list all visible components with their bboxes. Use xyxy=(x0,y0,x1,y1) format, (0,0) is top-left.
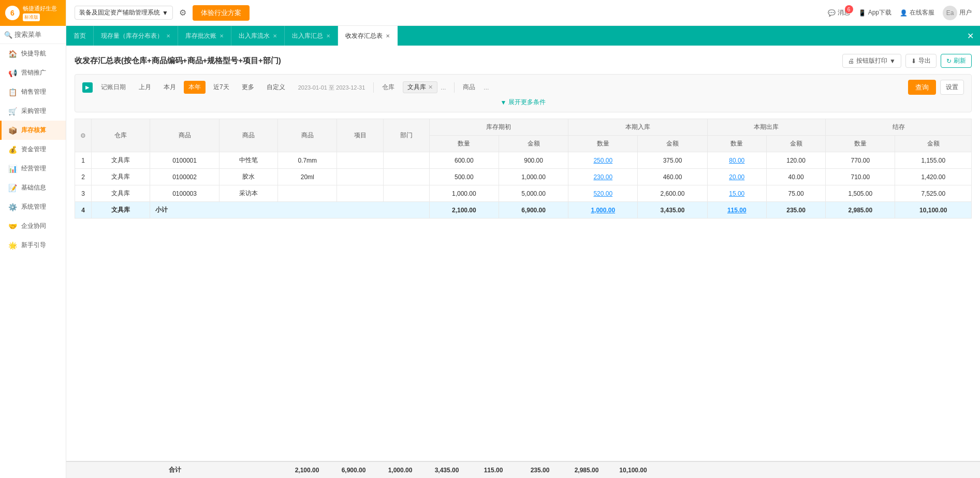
date-btn-more[interactable]: 更多 xyxy=(237,81,259,94)
subtotal-closing-qty: 2,985.00 xyxy=(826,202,895,219)
row-closing-amt: 1,420.00 xyxy=(895,169,972,185)
subtotal-out-qty[interactable]: 115.00 xyxy=(707,202,766,219)
subtotal-in-qty[interactable]: 1,000.00 xyxy=(568,202,638,219)
tab-label: 首页 xyxy=(74,32,86,40)
sidebar-item-marketing[interactable]: 📢 营销推广 xyxy=(0,63,66,82)
tab-batch-account[interactable]: 库存批次账 ✕ xyxy=(178,26,231,46)
row-project xyxy=(337,185,383,202)
sidebar-item-system[interactable]: ⚙️ 系统管理 xyxy=(0,197,66,216)
row-closing-amt: 7,525.00 xyxy=(895,185,972,202)
sidebar-item-basic-info[interactable]: 📝 基础信息 xyxy=(0,178,66,197)
sidebar-item-label: 库存核算 xyxy=(21,126,46,135)
total-closing-qty: 2,985.00 xyxy=(563,467,610,474)
col-opening-qty-header: 数量 xyxy=(429,136,499,152)
tab-label: 出入库汇总 xyxy=(292,32,323,40)
goods-filter-label: 商品 xyxy=(463,83,475,92)
row-no: 1 xyxy=(75,152,92,169)
tab-close-icon[interactable]: ✕ xyxy=(166,33,170,39)
tab-in-out-flow[interactable]: 出入库流水 ✕ xyxy=(231,26,285,46)
total-opening-qty: 2,100.00 xyxy=(284,467,330,474)
expand-conditions-btn[interactable]: ▼ 展开更多条件 xyxy=(82,98,964,107)
warehouse-tag[interactable]: 文具库 ✕ xyxy=(403,81,437,93)
query-button[interactable]: 查询 xyxy=(908,80,936,95)
tabs-bar: 首页 现存量（库存分布表） ✕ 库存批次账 ✕ 出入库流水 ✕ 出入库汇总 ✕ … xyxy=(66,26,980,46)
table-settings-icon[interactable]: ⚙ xyxy=(80,132,86,139)
goods-more[interactable]: ... xyxy=(484,84,489,91)
refresh-button[interactable]: ↻ 刷新 xyxy=(941,54,972,68)
date-btn-last-month[interactable]: 上月 xyxy=(134,81,156,94)
search-icon: 🔍 xyxy=(4,31,12,39)
date-btn-this-year[interactable]: 本年 xyxy=(184,81,206,94)
system-selector[interactable]: 装备及固定资产辅助管理系统 ▼ xyxy=(75,6,173,20)
tab-close-icon[interactable]: ✕ xyxy=(273,33,277,39)
sidebar: 6 畅捷通好生意 标准版 🔍 搜索菜单 🏠 快捷导航 📢 营销推广 📋 销售管理 xyxy=(0,0,66,478)
sidebar-item-sales[interactable]: 📋 销售管理 xyxy=(0,82,66,102)
search-menu-item[interactable]: 🔍 搜索菜单 xyxy=(0,26,66,44)
row-warehouse: 文具库 xyxy=(92,169,150,185)
row-goods-code: 0100002 xyxy=(150,169,219,185)
online-service-label: 在线客服 xyxy=(910,8,934,17)
sidebar-item-operations[interactable]: 📊 经营管理 xyxy=(0,159,66,178)
sidebar-item-finance[interactable]: 💰 资金管理 xyxy=(0,140,66,159)
user-item[interactable]: Ea 用户 xyxy=(943,6,972,20)
tab-label: 收发存汇总表 xyxy=(345,32,383,40)
date-btn-this-month[interactable]: 本月 xyxy=(159,81,181,94)
sidebar-item-label: 采购管理 xyxy=(21,107,46,115)
print-button[interactable]: 🖨 按钮版打印 ▼ xyxy=(842,54,901,68)
sidebar-item-quick-nav[interactable]: 🏠 快捷导航 xyxy=(0,44,66,63)
export-button[interactable]: ⬇ 导出 xyxy=(905,54,937,68)
tab-close-icon[interactable]: ✕ xyxy=(386,33,390,39)
row-closing-qty: 770.00 xyxy=(826,152,895,169)
row-goods-spec: 20ml xyxy=(278,169,337,185)
inventory-icon: 📦 xyxy=(8,126,17,135)
topbar: 装备及固定资产辅助管理系统 ▼ ⚙ 体验行业方案 💬 消息 6 📱 App下载 … xyxy=(66,0,980,26)
system-name: 装备及固定资产辅助管理系统 xyxy=(79,8,160,17)
date-btn-7days[interactable]: 近7天 xyxy=(209,81,234,94)
row-warehouse: 文具库 xyxy=(92,152,150,169)
sidebar-item-inventory[interactable]: 📦 库存核算 xyxy=(0,121,66,140)
sidebar-item-guide[interactable]: 🌟 新手引导 xyxy=(0,236,66,255)
trial-button[interactable]: 体验行业方案 xyxy=(193,5,250,21)
sidebar-item-purchase[interactable]: 🛒 采购管理 xyxy=(0,102,66,121)
row-no: 3 xyxy=(75,185,92,202)
col-goods-name-header: 商品 xyxy=(220,119,278,152)
settings-filter-button[interactable]: 设置 xyxy=(940,80,964,95)
purchase-icon: 🛒 xyxy=(8,107,17,115)
tab-in-out-summary[interactable]: 出入库汇总 ✕ xyxy=(285,26,338,46)
filter-row-1: ▶ 记账日期 上月 本月 本年 近7天 更多 自定义 2023-01-01 xyxy=(82,80,964,95)
row-in-qty[interactable]: 230.00 xyxy=(568,169,638,185)
warehouse-tag-remove[interactable]: ✕ xyxy=(428,84,433,91)
tab-recv-send-summary[interactable]: 收发存汇总表 ✕ xyxy=(338,26,398,46)
app-download-item[interactable]: 📱 App下载 xyxy=(858,8,891,17)
warehouse-more[interactable]: ... xyxy=(441,84,446,91)
message-item[interactable]: 💬 消息 6 xyxy=(828,8,850,17)
tab-close-icon[interactable]: ✕ xyxy=(220,33,224,39)
tabs-close-all[interactable]: ✕ xyxy=(961,31,980,41)
col-warehouse-header: 仓库 xyxy=(92,119,150,152)
settings-icon[interactable]: ⚙ xyxy=(179,8,186,18)
avatar: Ea xyxy=(943,6,957,20)
guide-icon: 🌟 xyxy=(8,241,17,250)
col-settings-header[interactable]: ⚙ xyxy=(75,119,92,152)
sidebar-item-cooperation[interactable]: 🤝 企业协同 xyxy=(0,216,66,236)
row-out-qty[interactable]: 80.00 xyxy=(707,152,766,169)
row-out-qty[interactable]: 15.00 xyxy=(707,185,766,202)
filter-separator-2 xyxy=(454,82,455,93)
row-in-qty[interactable]: 250.00 xyxy=(568,152,638,169)
date-btn-custom[interactable]: 自定义 xyxy=(262,81,290,94)
online-service-item[interactable]: 👤 在线客服 xyxy=(900,8,934,17)
row-in-amt: 460.00 xyxy=(638,169,707,185)
row-out-qty[interactable]: 20.00 xyxy=(707,169,766,185)
tab-inventory-dist[interactable]: 现存量（库存分布表） ✕ xyxy=(94,26,178,46)
col-opening-header: 库存期初 xyxy=(429,119,568,136)
sidebar-item-label: 新手引导 xyxy=(21,241,46,250)
row-in-qty[interactable]: 520.00 xyxy=(568,185,638,202)
tab-close-icon[interactable]: ✕ xyxy=(326,33,330,39)
table-row: 3 文具库 0100003 采访本 1,000.00 5,000.00 520.… xyxy=(75,185,972,202)
filter-collapse-btn[interactable]: ▶ xyxy=(82,82,93,93)
col-department-header: 部门 xyxy=(383,119,429,152)
date-filters: 上月 本月 本年 近7天 更多 自定义 xyxy=(134,81,290,94)
row-closing-qty: 710.00 xyxy=(826,169,895,185)
tab-home[interactable]: 首页 xyxy=(66,26,94,46)
row-out-amt: 120.00 xyxy=(766,152,825,169)
